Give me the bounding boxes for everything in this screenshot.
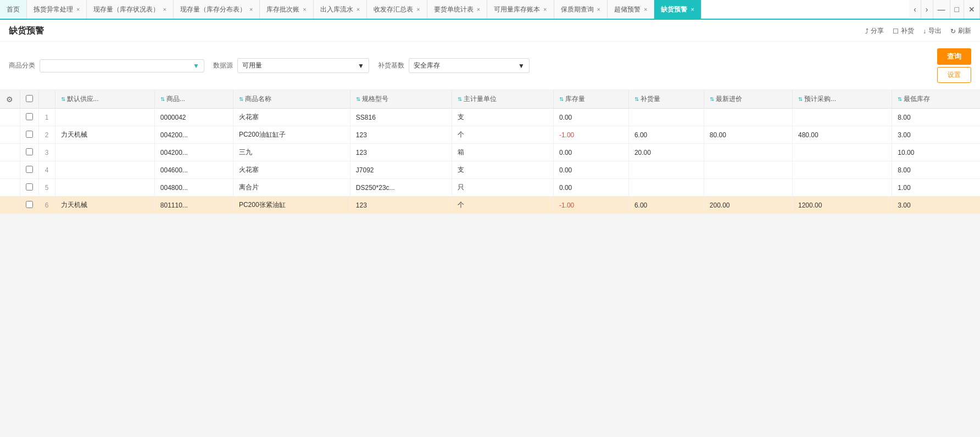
row-checkbox[interactable] [26, 131, 33, 138]
row-checkbox-cell[interactable] [20, 161, 38, 179]
tab-item-inventory-status[interactable]: 现存量（库存状况表）× [87, 0, 173, 19]
row-product-name: 火花塞 [233, 109, 350, 126]
col-product-name-label: 商品名称 [245, 94, 271, 104]
tab-close-demand-stat[interactable]: × [477, 6, 480, 13]
row-checkbox[interactable] [26, 166, 33, 173]
tab-item-demand-stat[interactable]: 要货单统计表× [427, 0, 487, 19]
row-checkbox[interactable] [26, 113, 33, 120]
tab-item-overstock[interactable]: 超储预警× [608, 0, 654, 19]
sort-icon: ⇅ [356, 96, 360, 102]
row-number: 1 [38, 109, 55, 126]
tab-close-available-ledger[interactable]: × [543, 6, 547, 13]
replenish-base-arrow-icon: ▼ [518, 62, 525, 70]
replenish-base-select[interactable]: 安全库存 ▼ [409, 58, 530, 73]
tab-item-abnormal[interactable]: 拣货异常处理× [27, 0, 87, 19]
row-checkbox-cell[interactable] [20, 197, 38, 214]
tab-item-inout-flow[interactable]: 出入库流水× [314, 0, 367, 19]
col-min-stock-label: 最低库存 [904, 94, 930, 104]
gear-icon[interactable]: ⚙ [6, 95, 13, 104]
table-row: 6力天机械801110...PC200张紧油缸123个-1.006.00200.… [0, 197, 980, 214]
col-product-code[interactable]: ⇅ 商品... [154, 90, 233, 109]
row-min-stock: 1.00 [892, 179, 980, 197]
tab-next-btn[interactable]: › [921, 0, 933, 19]
shortage-table: ⚙ ⇅ 默认供应... ⇅ 商 [0, 90, 980, 214]
row-stock-qty: 0.00 [553, 144, 628, 161]
row-stock-qty: -1.00 [553, 197, 628, 214]
tab-close-batch-account[interactable]: × [303, 6, 306, 13]
col-checkbox-all[interactable] [20, 90, 38, 109]
row-spec: DS250*23c... [350, 179, 452, 197]
category-label: 商品分类 [9, 61, 35, 70]
row-checkbox-cell[interactable] [20, 144, 38, 161]
tab-bar: 首页拣货异常处理×现存量（库存状况表）×现存量（库存分布表）×库存批次账×出入库… [0, 0, 980, 20]
export-btn[interactable]: ↓ 导出 [923, 26, 942, 36]
col-spec[interactable]: ⇅ 规格型号 [350, 90, 452, 109]
tab-close-inventory-dist[interactable]: × [249, 6, 253, 13]
tab-item-expiry-query[interactable]: 保质期查询× [554, 0, 608, 19]
share-btn[interactable]: ⤴ 分享 [865, 26, 884, 36]
col-replenish-qty[interactable]: ⇅ 补货量 [628, 90, 704, 109]
row-replenish-qty: 6.00 [628, 197, 704, 214]
settings-button[interactable]: 设置 [937, 67, 971, 83]
col-num [38, 90, 55, 109]
col-stock-qty[interactable]: ⇅ 库存量 [553, 90, 628, 109]
sort-icon: ⇅ [634, 96, 639, 102]
tab-close-abnormal[interactable]: × [76, 6, 80, 13]
row-number: 6 [38, 197, 55, 214]
table-body: 10000042火花塞SS816支0.008.002力天机械004200...P… [0, 109, 980, 214]
row-default-supplier [55, 161, 154, 179]
col-min-stock[interactable]: ⇅ 最低库存 [892, 90, 980, 109]
refresh-label: 刷新 [958, 26, 971, 36]
row-checkbox-cell[interactable] [20, 179, 38, 197]
datasource-arrow-icon: ▼ [358, 62, 364, 70]
minimize-btn[interactable]: — [933, 0, 950, 19]
row-number: 4 [38, 161, 55, 179]
row-product-code: 0000042 [154, 109, 233, 126]
row-checkbox[interactable] [26, 183, 33, 191]
refresh-btn[interactable]: ↻ 刷新 [950, 26, 971, 36]
select-all-checkbox[interactable] [26, 95, 33, 102]
category-select[interactable]: ▼ [40, 59, 204, 72]
datasource-value: 可用量 [242, 61, 262, 70]
tab-close-inout-flow[interactable]: × [357, 6, 360, 13]
tab-item-shortage[interactable]: 缺货预警× [654, 0, 701, 19]
row-checkbox[interactable] [26, 201, 33, 208]
col-unit-label: 主计量单位 [464, 94, 497, 104]
table-container: ⚙ ⇅ 默认供应... ⇅ 商 [0, 90, 980, 214]
datasource-select[interactable]: 可用量 ▼ [237, 58, 369, 73]
row-min-stock: 3.00 [892, 197, 980, 214]
tab-close-expiry-query[interactable]: × [597, 6, 600, 13]
tab-item-inventory-dist[interactable]: 现存量（库存分布表）× [174, 0, 260, 19]
tab-item-available-ledger[interactable]: 可用量库存账本× [487, 0, 554, 19]
col-latest-price[interactable]: ⇅ 最新进价 [704, 90, 792, 109]
col-product-code-label: 商品... [166, 94, 185, 104]
tab-item-home[interactable]: 首页 [0, 0, 27, 19]
tab-item-batch-account[interactable]: 库存批次账× [260, 0, 313, 19]
tab-prev-btn[interactable]: ‹ [909, 0, 921, 19]
header-actions: ⤴ 分享 ☐ 补货 ↓ 导出 ↻ 刷新 [865, 26, 971, 36]
tab-close-shortage[interactable]: × [691, 6, 694, 13]
table-row: 4004600...火花塞J7092支0.008.00 [0, 161, 980, 179]
query-button[interactable]: 查询 [937, 48, 971, 65]
replenish-btn[interactable]: ☐ 补货 [893, 26, 914, 36]
row-unit: 个 [452, 126, 553, 144]
maximize-btn[interactable]: □ [950, 0, 964, 19]
row-checkbox-cell[interactable] [20, 109, 38, 126]
col-est-purchase[interactable]: ⇅ 预计采购... [792, 90, 892, 109]
tab-item-receipt-summary[interactable]: 收发存汇总表× [367, 0, 427, 19]
col-default-supplier[interactable]: ⇅ 默认供应... [55, 90, 154, 109]
tab-close-overstock[interactable]: × [644, 6, 647, 13]
row-unit: 只 [452, 179, 553, 197]
col-product-name[interactable]: ⇅ 商品名称 [233, 90, 350, 109]
category-filter-group: 商品分类 ▼ [9, 59, 204, 72]
export-label: 导出 [928, 26, 942, 36]
table-row: 10000042火花塞SS816支0.008.00 [0, 109, 980, 126]
row-default-supplier [55, 109, 154, 126]
row-checkbox-cell[interactable] [20, 126, 38, 144]
tab-close-receipt-summary[interactable]: × [416, 6, 420, 13]
window-close-btn[interactable]: ✕ [964, 0, 980, 19]
tab-close-inventory-status[interactable]: × [163, 6, 166, 13]
col-gear[interactable]: ⚙ [0, 90, 20, 109]
col-unit[interactable]: ⇅ 主计量单位 [452, 90, 553, 109]
row-checkbox[interactable] [26, 148, 33, 155]
